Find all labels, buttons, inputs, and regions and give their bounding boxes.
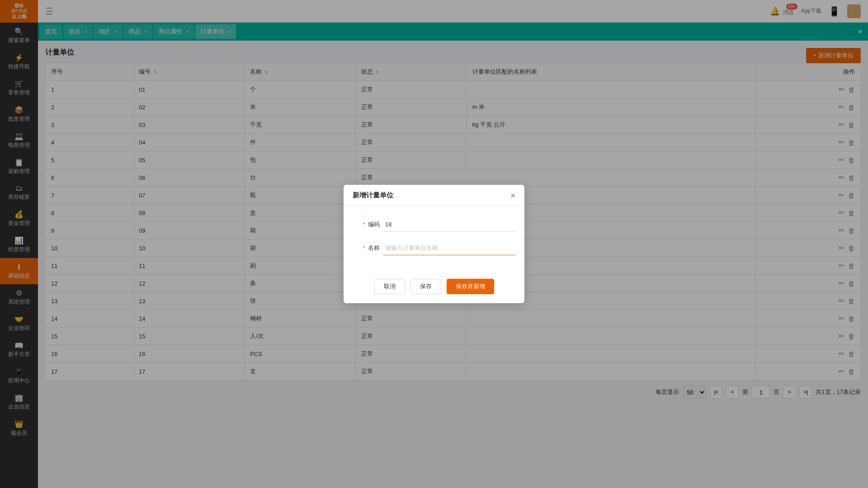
code-input[interactable] <box>383 217 515 232</box>
name-form-row: * 名称 <box>353 241 515 255</box>
modal-close-button[interactable]: × <box>510 192 515 200</box>
name-label-text: 名称 <box>368 244 380 251</box>
name-label: * 名称 <box>353 244 380 252</box>
code-form-row: * 编码 <box>353 217 515 232</box>
modal-body: * 编码 * 名称 <box>344 206 524 273</box>
required-star-name: * <box>363 244 365 251</box>
save-button[interactable]: 保存 <box>410 279 441 294</box>
add-unit-modal: 新增计量单位 × * 编码 * 名称 取消 保存 保存并新增 <box>344 185 524 303</box>
code-label-text: 编码 <box>368 221 380 228</box>
required-star: * <box>363 221 365 228</box>
modal-overlay: 新增计量单位 × * 编码 * 名称 取消 保存 保存并新增 <box>0 0 868 488</box>
code-label: * 编码 <box>353 221 380 229</box>
modal-title: 新增计量单位 <box>353 191 393 200</box>
save-and-new-button[interactable]: 保存并新增 <box>447 279 494 294</box>
modal-header: 新增计量单位 × <box>344 185 524 206</box>
modal-footer: 取消 保存 保存并新增 <box>344 273 524 303</box>
cancel-button[interactable]: 取消 <box>374 279 405 294</box>
name-input[interactable] <box>383 241 515 255</box>
